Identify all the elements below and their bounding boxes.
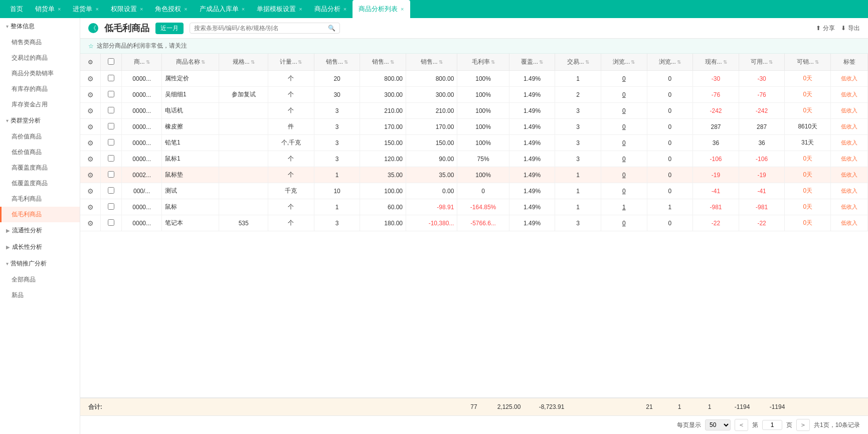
nav-goods-analysis-close[interactable]: × bbox=[343, 6, 346, 12]
row-check-4[interactable] bbox=[101, 135, 122, 151]
col-available[interactable]: 可用...⇅ bbox=[739, 54, 785, 71]
col-view1[interactable]: 浏览...⇅ bbox=[601, 54, 647, 71]
col-view2[interactable]: 浏览...⇅ bbox=[647, 54, 693, 71]
nav-sales[interactable]: 销货单 × bbox=[29, 0, 67, 18]
col-gross-rate[interactable]: 毛利率⇅ bbox=[457, 54, 509, 71]
sidebar-item-low-coverage[interactable]: 低覆盖度商品 bbox=[0, 176, 80, 191]
row-check-0[interactable] bbox=[101, 71, 122, 87]
col-current[interactable]: 现有...⇅ bbox=[693, 54, 739, 71]
sidebar-item-traded-goods[interactable]: 交易过的商品 bbox=[0, 50, 80, 66]
row-view1-4[interactable]: 0 bbox=[601, 135, 647, 151]
col-sales-profit[interactable]: 销售...⇅ bbox=[406, 54, 457, 71]
nav-product-entry[interactable]: 产成品入库单 × bbox=[194, 0, 251, 18]
sidebar-item-high-margin[interactable]: 高毛利商品 bbox=[0, 191, 80, 207]
row-view1-5[interactable]: 0 bbox=[601, 151, 647, 167]
row-checkbox-8[interactable] bbox=[108, 203, 114, 210]
row-view1-6[interactable]: 0 bbox=[601, 167, 647, 183]
col-checkbox[interactable] bbox=[101, 54, 122, 71]
nav-permissions-close[interactable]: × bbox=[140, 6, 143, 12]
share-button[interactable]: ⬆ 分享 bbox=[816, 24, 835, 33]
col-sales-price[interactable]: 销售...⇅ bbox=[360, 54, 406, 71]
row-check-6[interactable] bbox=[101, 167, 122, 183]
row-gear-7[interactable]: ⚙ bbox=[80, 183, 101, 199]
page-number-input[interactable] bbox=[762, 420, 782, 430]
row-checkbox-9[interactable] bbox=[108, 219, 114, 226]
filter-recent-button[interactable]: 近一月 bbox=[155, 23, 184, 34]
row-view1-0[interactable]: 0 bbox=[601, 71, 647, 87]
sidebar-group-cluster[interactable]: ▾ 类群堂分析 bbox=[0, 112, 80, 129]
row-checkbox-5[interactable] bbox=[108, 155, 114, 162]
nav-goods-analysis[interactable]: 商品分析 × bbox=[308, 0, 353, 18]
row-view1-9[interactable]: 0 bbox=[601, 215, 647, 231]
sidebar-group-marketing[interactable]: ▾ 营销推广分析 bbox=[0, 255, 80, 272]
sidebar-item-low-value[interactable]: 低价值商品 bbox=[0, 144, 80, 160]
col-name[interactable]: 商品名称⇅ bbox=[162, 54, 219, 71]
sidebar-group-flow[interactable]: ▶ 流通性分析 bbox=[0, 222, 80, 239]
sidebar-item-in-stock[interactable]: 有库存的商品 bbox=[0, 81, 80, 97]
search-input[interactable] bbox=[194, 25, 325, 32]
row-checkbox-3[interactable] bbox=[108, 123, 114, 129]
sidebar-item-high-coverage[interactable]: 高覆盖度商品 bbox=[0, 160, 80, 176]
nav-purchase-close[interactable]: × bbox=[95, 6, 98, 12]
row-gear-5[interactable]: ⚙ bbox=[80, 151, 101, 167]
nav-purchase[interactable]: 进货单 × bbox=[67, 0, 104, 18]
sidebar-item-sales-goods[interactable]: 销售类商品 bbox=[0, 35, 80, 50]
page-size-select[interactable]: 50 20 100 bbox=[705, 419, 731, 430]
row-view1-7[interactable]: 0 bbox=[601, 183, 647, 199]
col-saleable[interactable]: 可销...⇅ bbox=[785, 54, 831, 71]
row-gear-1[interactable]: ⚙ bbox=[80, 87, 101, 103]
row-check-2[interactable] bbox=[101, 103, 122, 119]
search-icon[interactable]: 🔍 bbox=[328, 25, 335, 32]
sidebar-item-new-goods[interactable]: 新品 bbox=[0, 287, 80, 303]
row-checkbox-4[interactable] bbox=[108, 139, 114, 146]
row-gear-0[interactable]: ⚙ bbox=[80, 71, 101, 87]
sidebar-group-overall[interactable]: ▾ 整体信息 bbox=[0, 18, 80, 35]
col-spec[interactable]: 规格...⇅ bbox=[219, 54, 268, 71]
sidebar-item-all-goods[interactable]: 全部商品 bbox=[0, 272, 80, 287]
row-checkbox-7[interactable] bbox=[108, 187, 114, 194]
col-gear[interactable]: ⚙ bbox=[80, 54, 101, 71]
sidebar-item-stock-capital[interactable]: 库存资金占用 bbox=[0, 97, 80, 112]
col-code[interactable]: 商...⇅ bbox=[122, 54, 162, 71]
nav-product-entry-close[interactable]: × bbox=[242, 6, 245, 12]
nav-roles-close[interactable]: × bbox=[184, 6, 187, 12]
nav-sales-close[interactable]: × bbox=[58, 6, 61, 12]
row-gear-8[interactable]: ⚙ bbox=[80, 199, 101, 215]
row-view1-2[interactable]: 0 bbox=[601, 103, 647, 119]
nav-home[interactable]: 首页 bbox=[4, 0, 29, 18]
row-gear-6[interactable]: ⚙ bbox=[80, 167, 101, 183]
row-check-3[interactable] bbox=[101, 119, 122, 135]
sidebar-item-high-value[interactable]: 高价值商品 bbox=[0, 129, 80, 144]
row-gear-4[interactable]: ⚙ bbox=[80, 135, 101, 151]
row-check-1[interactable] bbox=[101, 87, 122, 103]
row-checkbox-6[interactable] bbox=[108, 171, 114, 178]
row-view1-3[interactable]: 0 bbox=[601, 119, 647, 135]
nav-roles[interactable]: 角色授权 × bbox=[149, 0, 193, 18]
row-check-5[interactable] bbox=[101, 151, 122, 167]
gear-icon[interactable]: ⚙ bbox=[88, 59, 93, 66]
sidebar-group-growth[interactable]: ▶ 成长性分析 bbox=[0, 239, 80, 255]
export-button[interactable]: ⬇ 导出 bbox=[841, 24, 860, 33]
row-checkbox-1[interactable] bbox=[108, 91, 114, 97]
row-check-8[interactable] bbox=[101, 199, 122, 215]
nav-template-close[interactable]: × bbox=[299, 6, 302, 12]
col-coverage[interactable]: 覆盖...⇅ bbox=[509, 54, 555, 71]
row-gear-3[interactable]: ⚙ bbox=[80, 119, 101, 135]
row-checkbox-0[interactable] bbox=[108, 75, 114, 81]
nav-goods-analysis-list-close[interactable]: × bbox=[401, 6, 404, 12]
nav-permissions[interactable]: 权限设置 × bbox=[105, 0, 149, 18]
row-check-7[interactable] bbox=[101, 183, 122, 199]
select-all-checkbox[interactable] bbox=[108, 58, 114, 65]
row-checkbox-2[interactable] bbox=[108, 107, 114, 113]
row-check-9[interactable] bbox=[101, 215, 122, 231]
row-view1-8[interactable]: 1 bbox=[601, 199, 647, 215]
collapse-sidebar-button[interactable]: 《 bbox=[88, 23, 98, 33]
row-view1-1[interactable]: 0 bbox=[601, 87, 647, 103]
nav-goods-analysis-list[interactable]: 商品分析列表 × bbox=[353, 0, 410, 18]
next-page-button[interactable]: ＞ bbox=[796, 419, 810, 431]
nav-template[interactable]: 单据模板设置 × bbox=[251, 0, 308, 18]
row-gear-9[interactable]: ⚙ bbox=[80, 215, 101, 231]
col-sales-qty[interactable]: 销售...⇅ bbox=[314, 54, 360, 71]
col-tag[interactable]: 标签 bbox=[831, 54, 868, 71]
col-unit[interactable]: 计量...⇅ bbox=[268, 54, 314, 71]
